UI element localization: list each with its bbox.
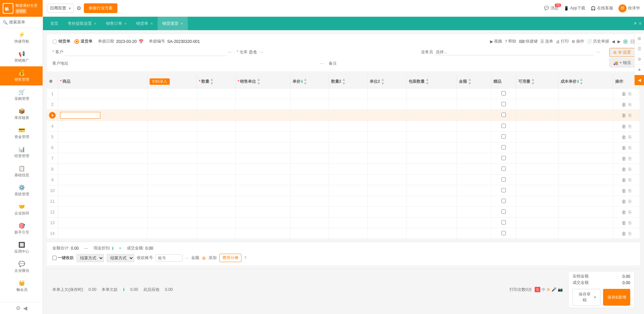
copy-icon-4[interactable]: ⎘: [629, 124, 631, 129]
cost-cell-2[interactable]: [558, 99, 613, 110]
next-doc-icon[interactable]: ▶: [618, 39, 621, 44]
product-cell-11[interactable]: [58, 196, 148, 207]
qty-cell-2[interactable]: [197, 99, 235, 110]
copy-icon-1[interactable]: ⎘: [629, 91, 631, 97]
unit-cell-3[interactable]: [235, 110, 290, 121]
price-cell-1[interactable]: [290, 88, 329, 99]
unit2-cell-1[interactable]: [368, 88, 407, 99]
cost-cell-6[interactable]: [558, 142, 613, 153]
logistics-btn[interactable]: 🚚 + 物流: [609, 58, 635, 67]
delete-icon-13[interactable]: 🗑: [622, 220, 626, 226]
account-dots[interactable]: ···: [185, 256, 189, 260]
unit2-cell-8[interactable]: [368, 164, 407, 175]
save-new-btn[interactable]: 保存&新增: [603, 289, 630, 306]
select-btn[interactable]: ☰ 选单: [540, 39, 553, 44]
tab-close-sales-order[interactable]: ✕: [124, 22, 127, 25]
qty2-cell-13[interactable]: [329, 217, 368, 228]
cost-cell-12[interactable]: [558, 207, 613, 217]
sidebar-item-purchase[interactable]: 🛒 采购管理: [0, 85, 43, 105]
cost-cell-4[interactable]: [558, 121, 613, 132]
copy-icon-13[interactable]: ⎘: [629, 220, 631, 226]
operate-btn[interactable]: ⚙ 操作: [572, 39, 584, 44]
qty-cell-1[interactable]: [197, 88, 235, 99]
amount-cell-2[interactable]: [457, 99, 491, 110]
pack-cell-4[interactable]: [407, 121, 457, 132]
unit2-cell-7[interactable]: [368, 153, 407, 164]
rt-star-btn[interactable]: ★: [635, 65, 644, 75]
radio-sales-delivery[interactable]: 销货单: [52, 39, 70, 44]
one-key-pay-checkbox[interactable]: 一键收款: [52, 255, 74, 261]
copy-icon-11[interactable]: ⎘: [629, 199, 631, 204]
industry-select[interactable]: 日用百货 ▾: [47, 4, 74, 13]
copy-icon-6[interactable]: ⎘: [629, 145, 631, 150]
tab-close-sales-return[interactable]: ✕: [180, 22, 183, 25]
gift-checkbox-2[interactable]: [501, 102, 506, 106]
copy-icon-5[interactable]: ⎘: [629, 134, 631, 140]
gift-checkbox-1[interactable]: [501, 91, 506, 96]
warehouse-select-btn[interactable]: ···: [260, 50, 263, 54]
gift-cell-4[interactable]: [491, 121, 516, 132]
gift-cell-7[interactable]: [491, 153, 516, 164]
pack-cell-9[interactable]: [407, 175, 457, 185]
amount-cell-7[interactable]: [457, 153, 491, 164]
amount-cell-6[interactable]: [457, 142, 491, 153]
price-cell-14[interactable]: [290, 228, 329, 239]
qty-cell-6[interactable]: [197, 142, 235, 153]
cost-cell-8[interactable]: [558, 164, 613, 175]
price-cell-11[interactable]: [290, 196, 329, 207]
gift-cell-3[interactable]: [491, 110, 516, 121]
product-cell-6[interactable]: [58, 142, 148, 153]
copy-icon-7[interactable]: ⎘: [629, 156, 631, 161]
gift-cell-13[interactable]: [491, 217, 516, 228]
gift-checkbox-3[interactable]: [501, 113, 506, 117]
qty-cell-9[interactable]: [197, 175, 235, 185]
sidebar-item-shortcut[interactable]: ⚡ 快捷导航: [0, 28, 43, 47]
delete-icon-10[interactable]: 🗑: [622, 188, 626, 193]
price-cell-4[interactable]: [290, 121, 329, 132]
pack-cell-3[interactable]: [407, 110, 457, 121]
product-cell-7[interactable]: [58, 153, 148, 164]
price-cell-13[interactable]: [290, 217, 329, 228]
qty2-cell-2[interactable]: [329, 99, 368, 110]
qty-cell-10[interactable]: [197, 185, 235, 196]
product-cell-4[interactable]: [58, 121, 148, 132]
delete-icon-5[interactable]: 🗑: [622, 134, 626, 140]
trial-btn[interactable]: 体验行业方案: [84, 3, 117, 13]
gift-cell-14[interactable]: [491, 228, 516, 239]
delete-icon-3[interactable]: 🗑: [622, 113, 626, 118]
amount-cell-13[interactable]: [457, 217, 491, 228]
qty2-cell-11[interactable]: [329, 196, 368, 207]
product-cell-1[interactable]: [58, 88, 148, 99]
qty2-cell-4[interactable]: [329, 121, 368, 132]
sidebar-item-guide[interactable]: 🎯 新手引导: [0, 219, 43, 238]
pack-cell-7[interactable]: [407, 153, 457, 164]
gift-cell-12[interactable]: [491, 207, 516, 217]
cost-cell-5[interactable]: [558, 132, 613, 142]
available-cell-14[interactable]: [516, 228, 558, 239]
unit2-cell-14[interactable]: [368, 228, 407, 239]
available-cell-11[interactable]: [516, 196, 558, 207]
pack-cell-11[interactable]: [407, 196, 457, 207]
fee-split-btn[interactable]: 费用分摊: [219, 254, 241, 262]
copy-icon-10[interactable]: ⎘: [629, 188, 631, 193]
tab-price-setting[interactable]: 售价提取设置 ✕: [63, 17, 101, 30]
price-cell-12[interactable]: [290, 207, 329, 217]
unit-cell-5[interactable]: [235, 132, 290, 142]
help-btn[interactable]: ? 帮助: [505, 39, 516, 44]
amount-cell-1[interactable]: [457, 88, 491, 99]
addr-select-btn[interactable]: ···: [320, 61, 323, 66]
amount-cell-11[interactable]: [457, 196, 491, 207]
available-cell-2[interactable]: [516, 99, 558, 110]
tab-close-sales-delivery[interactable]: ✕: [150, 22, 153, 25]
price-cell-9[interactable]: [290, 175, 329, 185]
unit2-cell-9[interactable]: [368, 175, 407, 185]
unit2-cell-10[interactable]: [368, 185, 407, 196]
product-input-3[interactable]: [60, 112, 100, 119]
account-input[interactable]: [156, 254, 182, 262]
unit2-cell-5[interactable]: [368, 132, 407, 142]
qty-cell-4[interactable]: [197, 121, 235, 132]
customer-select-btn[interactable]: ···: [228, 50, 231, 54]
qty-cell-7[interactable]: [197, 153, 235, 164]
sidebar-item-member[interactable]: 👑 畅会员: [0, 276, 43, 296]
qty2-cell-8[interactable]: [329, 164, 368, 175]
